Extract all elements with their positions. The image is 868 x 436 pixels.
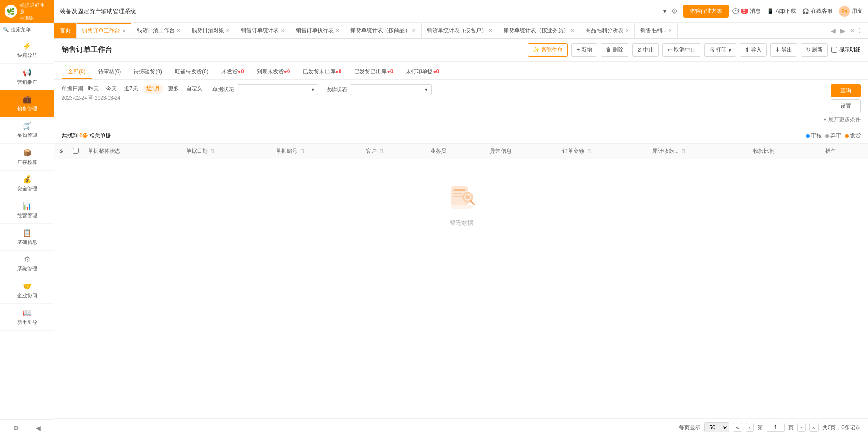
message-btn[interactable]: 💬 6 消息 bbox=[732, 7, 761, 15]
tab-close-icon[interactable]: ✕ bbox=[226, 28, 230, 33]
first-page-btn[interactable]: « bbox=[733, 423, 742, 432]
query-button[interactable]: 查询 bbox=[831, 84, 861, 97]
receipt-select[interactable]: ▾ bbox=[350, 84, 432, 95]
import-button[interactable]: ⬆ 导入 bbox=[740, 43, 767, 57]
tab-cash-reconcile[interactable]: 钱货日清对账 ✕ bbox=[186, 23, 235, 39]
filter-tab-pending-inspect[interactable]: 待拣验货(0) bbox=[127, 65, 168, 79]
cancel-stop-button[interactable]: ↩ 取消中止 bbox=[662, 43, 700, 57]
col-settings[interactable]: ⚙ bbox=[54, 144, 68, 159]
add-button[interactable]: + 新增 bbox=[571, 43, 597, 57]
tab-close-icon[interactable]: ✕ bbox=[489, 28, 492, 33]
filter-tab-shipped-out[interactable]: 已发货已出库●0 bbox=[348, 65, 399, 79]
col-checkbox[interactable] bbox=[68, 144, 83, 159]
tab-gross-profit[interactable]: 商品毛利分析表 ✕ bbox=[580, 23, 635, 39]
audit-btn[interactable]: 审核 bbox=[806, 132, 822, 140]
tab-goods-stats-customer[interactable]: 销货单统计表（按客户） ✕ bbox=[422, 23, 498, 39]
tab-sales-exec[interactable]: 销售订单执行表 ✕ bbox=[290, 23, 345, 39]
tab-goods-stats-salesperson[interactable]: 销货单统计表（按业务员） ✕ bbox=[498, 23, 580, 39]
sidebar-item-cooperation[interactable]: 🤝 企业协同 bbox=[0, 277, 54, 304]
tab-close-icon[interactable]: ✕ bbox=[336, 28, 339, 33]
tab-close-all-icon[interactable]: ✕ bbox=[848, 27, 856, 35]
next-page-btn[interactable]: › bbox=[797, 423, 806, 432]
date-opt-today[interactable]: 今天 bbox=[103, 84, 120, 94]
anti-audit-btn[interactable]: 弃审 bbox=[825, 132, 841, 140]
select-all-checkbox[interactable] bbox=[73, 148, 79, 154]
sidebar-item-basic[interactable]: 📋 基础信息 bbox=[0, 224, 54, 251]
topbar-settings-icon[interactable]: ⚙ bbox=[670, 5, 680, 17]
col-amount[interactable]: 订单金额 ⇅ bbox=[558, 144, 648, 159]
sidebar-item-guide[interactable]: 📖 新手引导 bbox=[0, 304, 54, 331]
export-button[interactable]: ⬇ 导出 bbox=[770, 43, 797, 57]
date-opt-custom[interactable]: 自定义 bbox=[183, 84, 205, 94]
col-number[interactable]: 单据编号 ⇅ bbox=[271, 144, 361, 159]
prev-page-btn[interactable]: ‹ bbox=[746, 423, 754, 432]
anti-audit-dot bbox=[825, 134, 829, 138]
total-info: 共0页，0条记录 bbox=[822, 424, 861, 431]
user-btn[interactable]: Ea 用友 bbox=[839, 6, 863, 17]
filter-tab-unshipped[interactable]: 未发货●0 bbox=[215, 65, 250, 79]
set-button[interactable]: 设置 bbox=[831, 99, 861, 113]
show-detail-label[interactable]: 显示明细 bbox=[831, 46, 861, 54]
col-customer[interactable]: 客户 ⇅ bbox=[361, 144, 426, 159]
solution-button[interactable]: 体验行业方案 bbox=[683, 5, 729, 18]
sidebar-item-finance[interactable]: 💰 资金管理 bbox=[0, 171, 54, 197]
page-input[interactable] bbox=[767, 423, 785, 432]
sidebar-item-purchase[interactable]: 🛒 采购管理 bbox=[0, 117, 54, 144]
sidebar-search[interactable]: 🔍 搜索菜单 bbox=[0, 23, 54, 37]
smart-gen-button[interactable]: ✨ 智能生单 bbox=[528, 43, 568, 57]
tab-cash-daily[interactable]: 钱货日清工作台 ✕ bbox=[131, 23, 186, 39]
sidebar-item-marketing[interactable]: 📢 营销推广 bbox=[0, 64, 54, 90]
online-service-btn[interactable]: 🎧 在线客服 bbox=[802, 7, 833, 15]
filter-tab-shipped-not-out[interactable]: 已发货未出库●0 bbox=[297, 65, 348, 79]
settings-icon[interactable]: ⚙ bbox=[13, 424, 19, 431]
col-date[interactable]: 单据日期 ⇅ bbox=[182, 144, 272, 159]
refresh-button[interactable]: ↻ 刷新 bbox=[801, 43, 828, 57]
sidebar-item-system[interactable]: ⚙ 系统管理 bbox=[0, 251, 54, 277]
collapse-icon[interactable]: ◀ bbox=[36, 424, 41, 431]
sidebar-item-sales[interactable]: 💼 销售管理 bbox=[0, 90, 54, 117]
sidebar-item-business[interactable]: 📊 经营管理 bbox=[0, 197, 54, 224]
tab-close-icon[interactable]: ✕ bbox=[281, 28, 284, 33]
sidebar-item-inventory[interactable]: 📦 库存核算 bbox=[0, 144, 54, 171]
filter-tab-unprinted[interactable]: 未打印单据●0 bbox=[399, 65, 446, 79]
tab-prev-icon[interactable]: ◀ bbox=[829, 26, 838, 35]
delete-button[interactable]: 🗑 删除 bbox=[601, 43, 628, 57]
col-received[interactable]: 累计收款... ⇅ bbox=[648, 144, 748, 159]
tab-home[interactable]: 首页 bbox=[54, 23, 77, 39]
tab-close-icon[interactable]: ✕ bbox=[571, 28, 574, 33]
sidebar-item-quicknav[interactable]: ⚡ 快捷导航 bbox=[0, 37, 54, 64]
per-page-select[interactable]: 50 100 200 bbox=[704, 422, 729, 432]
tab-sales-stats[interactable]: 销售订单统计表 ✕ bbox=[235, 23, 290, 39]
tab-sales-workbench[interactable]: 销售订单工作台 ✕ bbox=[77, 23, 131, 39]
status-select[interactable]: ▾ bbox=[237, 84, 318, 95]
table-count: 共找到 0条 相关单据 bbox=[62, 132, 111, 140]
filter-tab-pending-audit[interactable]: 待审核(0) bbox=[92, 65, 128, 79]
ship-btn[interactable]: 发货 bbox=[845, 132, 861, 140]
filter-tab-shop-pending[interactable]: 旺铺待发货(0) bbox=[168, 65, 215, 79]
date-opt-more[interactable]: 更多 bbox=[165, 84, 182, 94]
tab-expand-icon[interactable]: ⛶ bbox=[857, 27, 866, 35]
receipt-dropdown-icon: ▾ bbox=[425, 86, 427, 93]
tab-sales-gross[interactable]: 销售毛利... ✕ bbox=[635, 23, 678, 39]
app-download-btn[interactable]: 📱 App下载 bbox=[767, 7, 796, 15]
last-page-btn[interactable]: » bbox=[809, 423, 819, 432]
filter-tab-overdue-unshipped[interactable]: 到期未发货●0 bbox=[250, 65, 297, 79]
sidebar-item-label: 资金管理 bbox=[17, 185, 37, 192]
filter-tab-all[interactable]: 全部(0) bbox=[62, 65, 92, 79]
tab-close-icon[interactable]: ✕ bbox=[177, 28, 180, 33]
date-opt-yesterday[interactable]: 昨天 bbox=[85, 84, 101, 94]
print-button[interactable]: 🖨 打印 ▾ bbox=[704, 43, 736, 57]
tab-close-icon[interactable]: ✕ bbox=[668, 28, 672, 33]
filter-tabs: 全部(0) 待审核(0) 待拣验货(0) 旺铺待发货(0) 未发货●0 到期未发… bbox=[54, 62, 868, 80]
expand-conditions-btn[interactable]: ▾ 展开更多条件 bbox=[824, 116, 861, 123]
system-dropdown[interactable]: ▾ bbox=[663, 8, 666, 14]
tab-goods-stats-product[interactable]: 销货单统计表（按商品） ✕ bbox=[345, 23, 422, 39]
tab-close-icon[interactable]: ✕ bbox=[412, 28, 416, 33]
show-detail-checkbox[interactable] bbox=[831, 47, 837, 53]
tab-next-icon[interactable]: ▶ bbox=[839, 26, 847, 35]
date-opt-1month[interactable]: 近1月 bbox=[143, 84, 164, 94]
tab-close-icon[interactable]: ✕ bbox=[625, 28, 629, 33]
tab-close-icon[interactable]: ✕ bbox=[122, 28, 125, 33]
stop-button[interactable]: ⊘ 中止 bbox=[632, 43, 659, 57]
date-opt-7days[interactable]: 近7天 bbox=[121, 84, 141, 94]
